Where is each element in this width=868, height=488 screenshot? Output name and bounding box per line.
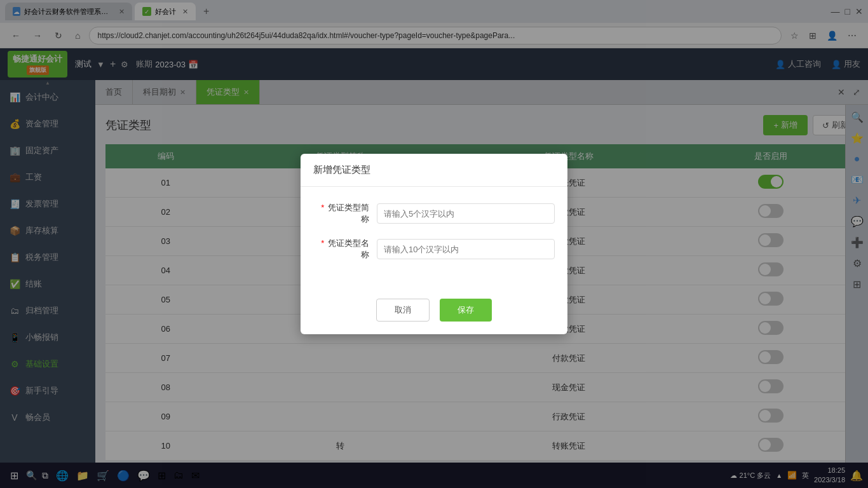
modal-footer: 取消 保存 [301, 288, 567, 334]
modal-dialog: 新增凭证类型 * 凭证类型简称 * 凭证类型名称 取消 保存 [301, 154, 567, 334]
name-label-text: 凭证类型名称 [328, 238, 369, 259]
modal-body: * 凭证类型简称 * 凭证类型名称 [301, 187, 567, 288]
form-row-name: * 凭证类型名称 [313, 238, 555, 261]
name-label: * 凭证类型名称 [313, 238, 377, 261]
abbr-input[interactable] [377, 203, 555, 224]
name-input[interactable] [377, 239, 555, 259]
modal-title: 新增凭证类型 [313, 164, 370, 175]
cancel-button[interactable]: 取消 [376, 299, 430, 322]
abbr-label: * 凭证类型简称 [313, 202, 377, 225]
required-star-2: * [321, 238, 324, 248]
modal-overlay[interactable]: 新增凭证类型 * 凭证类型简称 * 凭证类型名称 取消 保存 [0, 0, 868, 488]
form-row-abbr: * 凭证类型简称 [313, 202, 555, 225]
modal-header: 新增凭证类型 [301, 154, 567, 187]
save-button[interactable]: 保存 [440, 299, 492, 322]
required-star-1: * [321, 203, 324, 212]
abbr-label-text: 凭证类型简称 [328, 203, 369, 224]
